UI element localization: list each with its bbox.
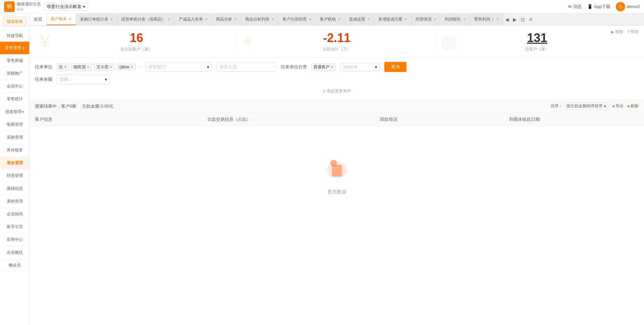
col-customer-info: 客户信息 (35, 116, 207, 122)
user-avatar-area[interactable]: D demo2 (616, 2, 640, 11)
sidebar-item-system-mgmt[interactable]: 系统管理 (0, 195, 29, 208)
tab-goods-analysis-list[interactable]: 商品分析列表 ✕ (241, 13, 278, 25)
sidebar-item-batch-mgmt[interactable]: 批发管理 ▾ (0, 106, 29, 118)
tab-close-icon[interactable]: ✕ (69, 17, 72, 21)
sidebar-item-label: 会员中心 (7, 84, 23, 88)
filter-area: 往来单位 伍 ✕ 陈民强 ✕ 王小亮 ✕ (30, 58, 644, 100)
stat-total-customers: ▦ 131 总客户（家） (437, 31, 637, 52)
sidebar-item-finance[interactable]: 资金管理 (0, 157, 29, 170)
refresh-button[interactable]: 刷新 (628, 103, 639, 109)
tab-close-icon[interactable]: ✕ (367, 17, 370, 21)
collapse-filters-button[interactable]: ∧ 收起更多条件 (35, 87, 639, 95)
sidebar-item-app-center[interactable]: 应用中心 (0, 233, 29, 246)
remove-tag-wu[interactable]: ✕ (64, 65, 67, 69)
app-download-button[interactable]: 📱 App下载 (587, 4, 610, 10)
sidebar-item-member-vip[interactable]: 畅会员 (0, 259, 29, 272)
sidebar-item-operation[interactable]: 经营管理 (0, 170, 29, 182)
sidebar-item-inventory[interactable]: 库存核算 (0, 144, 29, 157)
result-info: 搜索结果中，客户0家 欠款金额 0.00元 (35, 103, 114, 109)
sidebar-item-label: 畅会员 (9, 263, 21, 267)
tab-close-icon[interactable]: ✕ (338, 17, 341, 21)
sidebar-item-newbie[interactable]: 新手引导 (0, 221, 29, 233)
filter-tag-chenminqiang[interactable]: 陈民强 ✕ (71, 63, 92, 71)
tab-commission-setting[interactable]: 提成设置 ✕ (345, 13, 374, 25)
logo-text: 畅捷通好生意 标版 (17, 1, 41, 12)
tab-nav-close-all[interactable]: ✕ (527, 13, 535, 25)
filter-unit-label: 往来单位 (35, 64, 52, 70)
tab-home[interactable]: 首页 (30, 13, 47, 25)
messages-button[interactable]: ✉ 消息 (568, 4, 582, 10)
sidebar-item-label: 系统管理 (7, 199, 23, 204)
filter-more-tags[interactable]: ··· (138, 65, 141, 69)
tab-new-commission[interactable]: 新增提成方案 ✕ (374, 13, 412, 25)
tab-customer-contact[interactable]: 客户联络 ✕ (316, 13, 345, 25)
col-overdue-info: 欠款交易信息（占比） (207, 116, 380, 122)
tab-stock-stats[interactable]: 进货单统计表（按商品） ✕ (117, 13, 175, 25)
stat-overdue-customers: ¥ 16 总欠款客户（家） (36, 31, 237, 52)
sidebar-item-retail-mall[interactable]: 零售商城 (0, 55, 29, 67)
quick-nav-button[interactable]: 快捷导航 (0, 30, 29, 42)
remove-tag-wangxiaoliang[interactable]: ✕ (110, 65, 113, 69)
remove-tag-cjttcw[interactable]: ✕ (130, 65, 133, 69)
sort-select[interactable]: 按欠款金额倒序排序 ▾ (564, 102, 608, 110)
sidebar-item-label: 零售商城 (7, 58, 23, 63)
tab-close-icon[interactable]: ✕ (110, 17, 113, 21)
sidebar-item-purchase-mgmt[interactable]: 采购管理 (0, 131, 29, 144)
search-menu-button[interactable]: 搜索菜单 (3, 17, 27, 27)
filter-tag-wangxiaoliang[interactable]: 王小亮 ✕ (94, 63, 115, 71)
tab-close-icon[interactable]: ✕ (168, 17, 170, 21)
stat-label-overdue-amount: 欠款合计（万） (323, 46, 351, 52)
tab-close-icon[interactable]: ✕ (434, 17, 436, 21)
sidebar-item-enterprise[interactable]: 企业协同 (0, 208, 29, 221)
tab-close-icon[interactable]: ✕ (463, 17, 466, 21)
tab-purchase-order[interactable]: 采购订单统计表 ✕ (76, 13, 117, 25)
tab-product-stock[interactable]: 产成品入库单 ✕ (175, 13, 212, 25)
tab-close-icon[interactable]: ✕ (205, 17, 208, 21)
sidebar: 搜索菜单 快捷导航 零售管理 ▾ 零售商城 营销推广 会员中心 零售统计 批发管… (0, 13, 30, 325)
sidebar-item-label: 营销推广 (7, 71, 23, 76)
tab-nav-expand[interactable]: ⊡ (519, 13, 527, 25)
tab-retail-profit[interactable]: 零售利润（ ✕ (470, 13, 503, 25)
sidebar-item-retail-mgmt[interactable]: 零售管理 ▾ (0, 42, 29, 55)
tab-close-icon[interactable]: ✕ (309, 17, 311, 21)
tab-profit-report[interactable]: 利润报告 ✕ (441, 13, 470, 25)
tab-close-icon[interactable]: ✕ (496, 17, 499, 21)
sidebar-item-basic-info[interactable]: 基础信息 (0, 182, 29, 195)
sidebar-item-member-center[interactable]: 会员中心 (0, 80, 29, 93)
sidebar-item-marketing[interactable]: 营销推广 (0, 67, 29, 80)
remove-tag-chenminqiang[interactable]: ✕ (87, 65, 90, 69)
chevron-down-icon: ▾ (604, 104, 606, 109)
filter-tag-cjttcw[interactable]: cjttcw ✕ (117, 64, 136, 70)
filter-tag-normal-customer[interactable]: 普通客户 ✕ (311, 63, 336, 71)
filter-tag-wu[interactable]: 伍 ✕ (56, 63, 69, 71)
tab-customer-ledger[interactable]: 客户账本 ✕ (47, 13, 76, 25)
tab-close-icon[interactable]: ✕ (234, 17, 237, 21)
dot-icon (628, 105, 630, 107)
tab-nav-next[interactable]: ▶ (511, 13, 519, 25)
filter-person-input[interactable]: 分管人员 ··· (216, 62, 277, 72)
tab-nav-prev[interactable]: ◀ (503, 13, 511, 25)
tab-business-status[interactable]: 经营情况 ✕ (412, 13, 441, 25)
sidebar-item-ecommerce[interactable]: 电商管理 (0, 118, 29, 131)
col-due-date: 到期未收款日期 (509, 116, 639, 122)
sidebar-item-label: 电商管理 (7, 122, 23, 127)
tab-close-icon[interactable]: ✕ (271, 17, 274, 21)
tab-customer-layer[interactable]: 客户分层经营 ✕ (278, 13, 316, 25)
filter-balance-select[interactable]: 选择... ▾ (56, 75, 110, 84)
result-summary: 搜索结果中，客户0家 (35, 103, 77, 109)
tab-bar: 首页 客户账本 ✕ 采购订单统计表 ✕ 进货单统计表（按商品） ✕ 产成品入库单… (30, 13, 644, 26)
system-selector[interactable]: 母婴行业演示帐套 ▾ (44, 3, 88, 11)
filter-category-select[interactable]: 选择分类 ▾ (340, 63, 380, 71)
remove-tag-normal-customer[interactable]: ✕ (331, 65, 334, 69)
sidebar-item-retail-stats[interactable]: 零售统计 (0, 93, 29, 106)
tab-goods-analysis[interactable]: 商品分析 ✕ (212, 13, 241, 25)
chevron-down-icon: ▾ (207, 65, 209, 70)
tab-close-icon[interactable]: ✕ (404, 17, 407, 21)
sidebar-item-label: 应用中心 (7, 237, 23, 242)
sidebar-item-enterprise-wx[interactable]: 企业微信 (0, 246, 29, 259)
query-button[interactable]: 查询 (384, 62, 406, 72)
table-header: 客户信息 欠款交易信息（占比） 回款情况 到期未收款日期 (30, 113, 644, 126)
filter-balance-label: 往来余额 (35, 76, 52, 82)
export-button[interactable]: 导出 (612, 103, 624, 109)
filter-dept-select[interactable]: 分管部门 ▾ (145, 62, 212, 72)
